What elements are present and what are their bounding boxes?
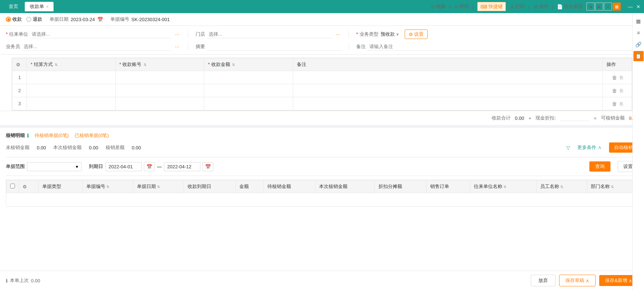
- salesperson-ellipsis[interactable]: ···: [173, 44, 181, 50]
- nav-home[interactable]: 首页: [4, 2, 23, 11]
- settlement-header: * 结算方式 ⇅: [27, 58, 116, 71]
- remarks-cell-1[interactable]: [293, 71, 603, 84]
- minimize-icon[interactable]: —: [628, 4, 633, 9]
- settlement-cell-1[interactable]: [27, 71, 116, 84]
- checkbox-header[interactable]: [7, 180, 19, 193]
- amount-header: * 收款金额 ⇅: [204, 58, 293, 71]
- more-conditions-link[interactable]: 更多条件 ∧: [577, 144, 602, 151]
- th-current: 本次核销金额: [315, 180, 374, 193]
- settlement-cell-2[interactable]: [27, 84, 116, 97]
- remarks-cell-2[interactable]: [293, 84, 603, 97]
- sidebar-list-icon[interactable]: ≡: [633, 28, 644, 38]
- plus-symbol: +: [529, 115, 531, 121]
- info-icon[interactable]: ℹ: [27, 133, 29, 138]
- diff-label: 核销差额: [106, 144, 125, 151]
- sidebar-active-icon[interactable]: 📋: [633, 51, 644, 61]
- table-settings-icon[interactable]: ⚙: [16, 62, 20, 67]
- unverified-value: 0.00: [37, 145, 46, 150]
- sidebar-table-icon[interactable]: ▦: [633, 16, 644, 26]
- query-button[interactable]: 查询: [589, 161, 610, 172]
- amount-cell-3[interactable]: [204, 97, 293, 110]
- account-cell-3[interactable]: [115, 97, 204, 110]
- radio-refund[interactable]: 退款: [26, 16, 42, 23]
- copy-icon-3[interactable]: ⎘: [620, 101, 623, 107]
- action-cell-2: 🗑 ⎘: [603, 84, 632, 97]
- close-window-icon[interactable]: ✕: [636, 4, 640, 9]
- copy-icon-2[interactable]: ⎘: [620, 88, 623, 94]
- date-value: 2023-03-24: [71, 17, 95, 22]
- delete-icon-3[interactable]: 🗑: [612, 101, 617, 107]
- current-verify-label: 本次核销金额: [53, 144, 82, 151]
- summary-input[interactable]: [207, 43, 341, 51]
- verify-stats: 未核销金额 0.00 本次核销金额 0.00 核销差额 0.00 ▽ 更多条件 …: [6, 142, 638, 153]
- video-tool[interactable]: ⊙ 视频: [431, 3, 445, 10]
- settlement-cell-3[interactable]: [27, 97, 116, 110]
- date-from-calendar[interactable]: 📅: [144, 162, 155, 171]
- form-fields: * 往来单位 ··· 门店 ··· * 业务类型 预: [0, 26, 644, 55]
- discount-label: 现金折扣:: [535, 115, 556, 121]
- salesperson-input[interactable]: [22, 43, 171, 51]
- close-tab-icon[interactable]: ×: [46, 4, 48, 9]
- store-ellipsis[interactable]: ···: [334, 31, 341, 37]
- next-view-btn[interactable]: ▶: [595, 3, 603, 11]
- date-to-calendar[interactable]: 📅: [203, 162, 213, 171]
- gear-header[interactable]: ⚙: [12, 58, 27, 71]
- remarks-input[interactable]: [368, 43, 638, 51]
- bottom-empty-row: [7, 193, 638, 206]
- table2-settings-icon[interactable]: ⚙: [23, 184, 27, 189]
- date-to-input[interactable]: [164, 162, 200, 171]
- date-calendar-icon[interactable]: 📅: [97, 17, 103, 22]
- range-chevron: ▾: [76, 164, 78, 169]
- business-type-select[interactable]: 预收款 ▾: [381, 31, 399, 38]
- table-container: ⚙ * 结算方式 ⇅ * 收款账号 ⇅ *: [12, 58, 632, 111]
- grid-view-btn[interactable]: ▦: [613, 3, 621, 11]
- field-row-1: * 往来单位 ··· 门店 ··· * 业务类型 预: [6, 30, 638, 39]
- list-view-btn[interactable]: ≡: [604, 3, 612, 11]
- table-wrapper: ⚙ * 结算方式 ⇅ * 收款账号 ⇅ *: [0, 55, 644, 111]
- right-sidebar: ▦ ≡ 🔗 📋: [632, 13, 644, 290]
- date-range: 📅 — 📅: [105, 162, 213, 171]
- save-draft-arrow: ∧: [586, 278, 589, 283]
- remarks-header: 备注: [293, 58, 603, 71]
- date-range-dash: —: [157, 164, 162, 169]
- select-all-checkbox[interactable]: [10, 184, 15, 188]
- discard-button[interactable]: 放弃: [531, 275, 555, 286]
- delete-icon-1[interactable]: 🗑: [612, 75, 617, 81]
- due-date-label: 到期日: [89, 163, 103, 170]
- radio-receipt-label: 收款: [12, 16, 22, 23]
- header-tools: ⊙ 视频 | ⊙ 帮助 | ⌨ 快捷键 🖨 打印 | ⚙ 操作 | 📄 历史单据…: [431, 2, 621, 11]
- total-label: 收款合计: [492, 115, 511, 121]
- filter-icon[interactable]: ▽: [566, 145, 570, 150]
- account-cell-1[interactable]: [115, 71, 204, 84]
- prev-view-btn[interactable]: ◀: [586, 3, 594, 11]
- nav-receipts-tab[interactable]: 收款单 ×: [25, 2, 54, 11]
- amount-cell-2[interactable]: [204, 84, 293, 97]
- range-select[interactable]: ▾: [27, 162, 82, 171]
- remarks-cell-3[interactable]: [293, 97, 603, 110]
- operation-tool[interactable]: ⚙ 操作: [534, 3, 549, 10]
- settings-button[interactable]: ⚙ 设置: [405, 30, 428, 39]
- amount-cell-1[interactable]: [204, 71, 293, 84]
- info-icon-footer: ℹ: [6, 278, 8, 283]
- delete-icon-2[interactable]: 🗑: [612, 88, 617, 94]
- account-cell-2[interactable]: [115, 84, 204, 97]
- store-input[interactable]: [207, 30, 332, 38]
- th-gear[interactable]: ⚙: [19, 180, 39, 193]
- help-tool[interactable]: ⊙ 帮助: [454, 3, 469, 10]
- help-icon: ⊙: [454, 4, 458, 9]
- done-tab[interactable]: 已核销单据(0笔): [75, 132, 109, 139]
- discount-input[interactable]: [560, 115, 589, 121]
- radio-receipt[interactable]: 收款: [6, 16, 22, 23]
- sidebar-link-icon[interactable]: 🔗: [633, 39, 644, 50]
- history-tool[interactable]: 📄 历史单据: [557, 3, 583, 10]
- shortcut-tool[interactable]: ⌨ 快捷键: [477, 2, 506, 11]
- settings-icon: ⚙: [409, 32, 413, 37]
- history-icon: 📄: [557, 4, 563, 9]
- counterpart-ellipsis[interactable]: ···: [173, 31, 181, 37]
- pending-tab[interactable]: 待核销单据(0笔): [35, 132, 69, 139]
- save-draft-button[interactable]: 保存草稿 ∧: [559, 275, 596, 286]
- print-tool[interactable]: 🖨 打印: [510, 3, 525, 10]
- copy-icon-1[interactable]: ⎘: [620, 75, 623, 81]
- counterpart-input[interactable]: [30, 30, 172, 38]
- date-from-input[interactable]: [105, 162, 142, 171]
